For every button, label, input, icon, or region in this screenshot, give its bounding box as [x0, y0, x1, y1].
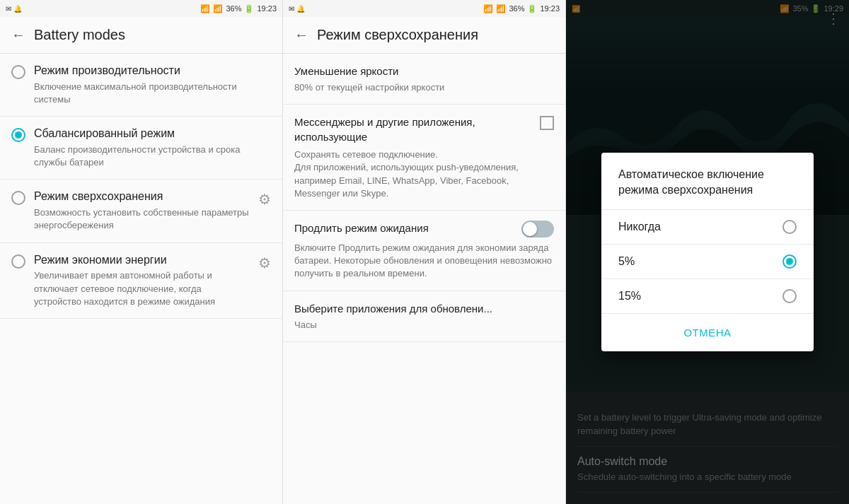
battery-percent-2: 36% — [509, 4, 524, 13]
setting-apps[interactable]: Выберите приложения для обновлени... Час… — [283, 291, 565, 342]
toggle-standby[interactable] — [521, 221, 554, 238]
mail-icon-2: ✉ — [289, 5, 294, 13]
status-bar-1: ✉ 🔔 📶 📶 36% 🔋 19:23 — [0, 0, 282, 17]
mode-content-performance: Режим производительности Включение макси… — [34, 64, 271, 106]
setting-header-messengers: Мессенджеры и другие приложения, использ… — [294, 115, 554, 144]
setting-standby[interactable]: Продлить режим ожидания Включите Продлит… — [283, 211, 565, 291]
mode-content-economy: Режим экономии энергии Увеличивает время… — [34, 253, 250, 308]
status-left-2: ✉ 🔔 — [289, 5, 305, 13]
radio-performance[interactable] — [11, 65, 25, 79]
status-right-2: 📶 📶 36% 🔋 19:23 — [483, 4, 560, 13]
setting-title-standby: Продлить режим ожидания — [294, 221, 429, 235]
checkbox-messengers[interactable] — [540, 116, 554, 130]
dialog-actions: Отмена — [601, 313, 814, 351]
auto-switch-dialog: Автоматическое включение режима сверхсох… — [601, 153, 814, 352]
mode-item-ultra[interactable]: Режим сверхсохранения Возможность устано… — [0, 180, 282, 242]
battery-percent-1: 36% — [226, 4, 241, 13]
mode-content-ultra: Режим сверхсохранения Возможность устано… — [34, 189, 250, 232]
mode-desc-ultra: Возможность установить собственные парам… — [34, 206, 250, 232]
cancel-button[interactable]: Отмена — [672, 322, 742, 343]
panel2-title: Режим сверхсохранения — [317, 27, 478, 43]
mode-title-ultra: Режим сверхсохранения — [34, 189, 250, 204]
dialog-option-5[interactable]: 5% — [601, 244, 814, 279]
radio-economy[interactable] — [11, 254, 25, 269]
time-2: 19:23 — [540, 4, 560, 13]
gear-icon-economy[interactable]: ⚙ — [258, 254, 271, 271]
toggle-thumb-standby — [523, 222, 537, 236]
setting-desc-messengers: Сохранять сетевое подключение. Для прило… — [294, 148, 554, 200]
dialog-option-15[interactable]: 15% — [601, 279, 814, 313]
mail-icon: ✉ — [6, 5, 11, 13]
wifi-icon: 📶 — [200, 4, 210, 13]
dialog-radio-5[interactable] — [782, 254, 797, 269]
battery-icon-1: 🔋 — [244, 4, 254, 13]
mode-item-performance[interactable]: Режим производительности Включение макси… — [0, 54, 282, 117]
mode-list: Режим производительности Включение макси… — [0, 54, 282, 319]
dialog-overlay: Автоматическое включение режима сверхсох… — [566, 0, 849, 504]
dialog-option-never[interactable]: Никогда — [601, 209, 814, 244]
setting-desc-standby: Включите Продлить режим ожидания для эко… — [294, 242, 554, 281]
mode-desc-performance: Включение максимальной производительност… — [34, 81, 271, 106]
radio-balanced[interactable] — [11, 128, 25, 142]
time-1: 19:23 — [257, 4, 277, 13]
setting-title-apps: Выберите приложения для обновлени... — [294, 301, 554, 316]
setting-desc-brightness: 80% от текущей настройки яркости — [294, 81, 554, 94]
setting-desc-apps: Часы — [294, 319, 554, 332]
radio-ultra[interactable] — [11, 191, 25, 205]
gear-icon-ultra[interactable]: ⚙ — [258, 191, 271, 208]
mode-title-balanced: Сбалансированный режим — [34, 127, 271, 141]
battery-icon-2: 🔋 — [527, 4, 537, 13]
status-bar-2: ✉ 🔔 📶 📶 36% 🔋 19:23 — [283, 0, 565, 17]
panel1-header: ← Battery modes — [0, 17, 282, 54]
mode-item-balanced[interactable]: Сбалансированный режим Баланс производит… — [0, 117, 282, 180]
status-left-icons: ✉ 🔔 — [6, 5, 22, 13]
wifi-icon-2: 📶 — [483, 4, 493, 13]
panel-dark: 📶 📶 35% 🔋 19:29 ⋮ Автоматическое включен… — [566, 0, 849, 504]
setting-messengers[interactable]: Мессенджеры и другие приложения, использ… — [283, 105, 565, 211]
dialog-radio-15[interactable] — [782, 289, 797, 303]
notification-icon: 🔔 — [13, 5, 22, 13]
panel-battery-modes: ✉ 🔔 📶 📶 36% 🔋 19:23 ← Battery modes Режи… — [0, 0, 283, 504]
dialog-option-label-5: 5% — [618, 255, 635, 268]
signal-icon-2: 📶 — [496, 4, 506, 13]
mode-content-balanced: Сбалансированный режим Баланс производит… — [34, 127, 271, 169]
setting-title-brightness: Уменьшение яркости — [294, 64, 554, 78]
status-right: 📶 📶 36% 🔋 19:23 — [200, 4, 277, 13]
dialog-title: Автоматическое включение режима сверхсох… — [601, 153, 814, 210]
setting-brightness[interactable]: Уменьшение яркости 80% от текущей настро… — [283, 54, 565, 105]
notification-icon-2: 🔔 — [296, 5, 305, 13]
mode-desc-balanced: Баланс производительности устройства и с… — [34, 143, 271, 169]
setting-title-messengers: Мессенджеры и другие приложения, использ… — [294, 115, 531, 144]
signal-icon: 📶 — [213, 4, 223, 13]
setting-header-standby: Продлить режим ожидания — [294, 221, 554, 238]
panel1-title: Battery modes — [34, 27, 125, 43]
ultra-settings-list: Уменьшение яркости 80% от текущей настро… — [283, 54, 565, 342]
mode-item-economy[interactable]: Режим экономии энергии Увеличивает время… — [0, 243, 282, 319]
panel2-header: ← Режим сверхсохранения — [283, 17, 565, 54]
dialog-radio-never[interactable] — [782, 220, 797, 234]
mode-desc-economy: Увеличивает время автономной работы и от… — [34, 269, 250, 308]
dialog-option-label-never: Никогда — [618, 221, 661, 233]
mode-title-economy: Режим экономии энергии — [34, 253, 250, 268]
panel-ultra-saving: ✉ 🔔 📶 📶 36% 🔋 19:23 ← Режим сверхсохране… — [283, 0, 566, 504]
dialog-option-label-15: 15% — [618, 290, 641, 303]
mode-title-performance: Режим производительности — [34, 64, 271, 78]
back-arrow-2[interactable]: ← — [294, 27, 308, 43]
back-arrow-1[interactable]: ← — [11, 27, 25, 43]
